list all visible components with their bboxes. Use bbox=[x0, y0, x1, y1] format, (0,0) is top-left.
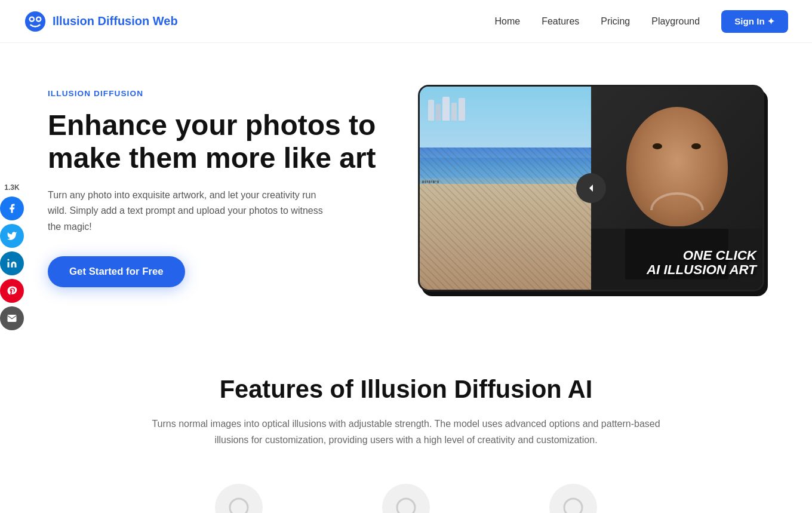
hero-title: Enhance your photos to make them more li… bbox=[48, 109, 382, 174]
nav-links: Home Features Pricing Playground Sign In… bbox=[494, 10, 788, 33]
social-count: 1.3K bbox=[4, 183, 19, 192]
svg-point-8 bbox=[564, 499, 582, 513]
beach-image bbox=[420, 87, 591, 290]
hero-image-frame: ONE CLICK AI ILLUSION ART bbox=[418, 85, 764, 291]
features-description: Turns normal images into optical illusio… bbox=[137, 416, 675, 448]
hero-tag: ILLUSION DIFFUSION bbox=[48, 89, 382, 98]
person-image: ONE CLICK AI ILLUSION ART bbox=[591, 87, 762, 290]
svg-point-4 bbox=[37, 17, 40, 20]
hero-section: ILLUSION DIFFUSION Enhance your photos t… bbox=[0, 43, 812, 327]
divider-arrow bbox=[576, 173, 606, 203]
logo-text: Illusion Diffusion Web bbox=[53, 14, 178, 28]
facebook-share-button[interactable] bbox=[0, 196, 24, 220]
svg-point-5 bbox=[8, 259, 10, 260]
signin-button[interactable]: Sign In ✦ bbox=[721, 10, 788, 33]
twitter-icon bbox=[7, 231, 17, 241]
overlay-line1: ONE CLICK bbox=[647, 248, 756, 263]
email-icon bbox=[7, 313, 17, 324]
twitter-share-button[interactable] bbox=[0, 224, 24, 248]
feature-icon-2 bbox=[395, 497, 417, 513]
email-share-button[interactable] bbox=[0, 306, 24, 330]
feature-icon-1 bbox=[228, 497, 250, 513]
logo-link[interactable]: Illusion Diffusion Web bbox=[24, 10, 178, 33]
svg-point-7 bbox=[397, 499, 415, 513]
overlay-line2: AI ILLUSION ART bbox=[647, 263, 756, 278]
features-section: Features of Illusion Diffusion AI Turns … bbox=[0, 327, 812, 513]
nav-pricing[interactable]: Pricing bbox=[601, 16, 630, 27]
get-started-button[interactable]: Get Started for Free bbox=[48, 256, 185, 287]
feature-card-3 bbox=[549, 484, 597, 513]
linkedin-icon bbox=[7, 258, 17, 269]
nav-home[interactable]: Home bbox=[494, 16, 520, 27]
feature-cards-row bbox=[48, 484, 764, 513]
hero-description: Turn any photo into exquisite artwork, a… bbox=[48, 188, 334, 235]
feature-icon-3 bbox=[562, 497, 584, 513]
svg-point-6 bbox=[230, 499, 248, 513]
hero-composite-image: ONE CLICK AI ILLUSION ART bbox=[420, 87, 762, 290]
feature-card-1 bbox=[215, 484, 263, 513]
feature-card-2 bbox=[382, 484, 430, 513]
navbar: Illusion Diffusion Web Home Features Pri… bbox=[0, 0, 812, 43]
svg-point-3 bbox=[30, 17, 33, 20]
logo-icon bbox=[24, 10, 47, 33]
overlay-text: ONE CLICK AI ILLUSION ART bbox=[647, 248, 756, 278]
hero-image-area: ONE CLICK AI ILLUSION ART bbox=[418, 85, 764, 291]
hero-content: ILLUSION DIFFUSION Enhance your photos t… bbox=[48, 89, 382, 288]
pinterest-icon bbox=[7, 285, 17, 296]
linkedin-share-button[interactable] bbox=[0, 251, 24, 275]
social-sidebar: 1.3K bbox=[0, 179, 24, 335]
pinterest-share-button[interactable] bbox=[0, 279, 24, 303]
svg-point-0 bbox=[25, 11, 45, 31]
features-title: Features of Illusion Diffusion AI bbox=[48, 375, 764, 404]
nav-playground[interactable]: Playground bbox=[651, 16, 700, 27]
nav-features[interactable]: Features bbox=[542, 16, 579, 27]
facebook-icon bbox=[7, 203, 17, 214]
